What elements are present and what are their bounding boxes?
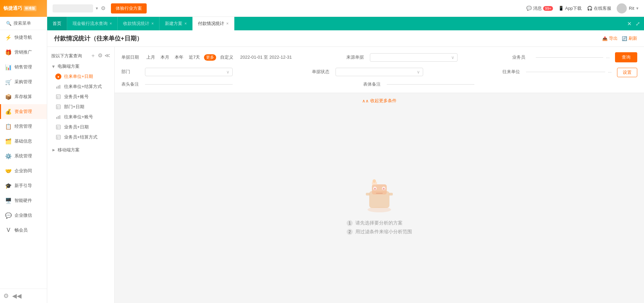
sidebar-bottom: ⚙ ◀◀: [0, 289, 47, 303]
sidebar-item-inventory[interactable]: 📦 库存核算: [0, 89, 47, 104]
svg-point-27: [374, 188, 376, 190]
system-icon: ⚙️: [5, 153, 12, 159]
table-body-note-input[interactable]: [387, 84, 474, 85]
sidebar-item-finance[interactable]: 💰 资金管理: [0, 104, 47, 119]
sidebar-item-marketing[interactable]: 🎁 营销推广: [0, 45, 47, 60]
query-btn[interactable]: 查询: [615, 52, 637, 62]
notification-icon: 💬: [526, 6, 532, 11]
date-more[interactable]: 更多: [204, 54, 216, 61]
tab-home[interactable]: 首页: [47, 17, 67, 30]
sidebar-item-purchase[interactable]: 🛒 采购管理: [0, 74, 47, 89]
business-dots[interactable]: ···: [606, 55, 610, 60]
collection-stat-tab-close[interactable]: ×: [151, 21, 154, 26]
sidebar: 畅捷通巧 标准版 🔍 搜索菜单 ⚡ 快捷导航 🎁 营销推广 📊 销售管理 🛒 采…: [0, 0, 47, 303]
sidebar-item-wechat[interactable]: 💬 企业微信: [0, 208, 47, 223]
tip-num-1: 1: [347, 220, 353, 226]
tab-bank-flow[interactable]: 现金银行流水查询 ×: [67, 17, 118, 30]
scheme-label-partner-date: 往来单位+日期: [64, 73, 93, 80]
scheme-label-partner-settle: 往来单位+结算方式: [64, 84, 102, 90]
app-download-label: App下载: [565, 5, 582, 11]
svg-rect-7: [56, 105, 60, 109]
scheme-item-staff-date[interactable]: 业务员+日期: [47, 122, 114, 132]
page-title: 付款情况统计（往来单位+日期）: [54, 34, 143, 42]
scheme-item-partner-settle[interactable]: 往来单位+结算方式: [47, 82, 114, 92]
date-custom[interactable]: 自定义: [219, 54, 235, 61]
sidebar-item-member[interactable]: V 畅会员: [0, 223, 47, 238]
app-download-btn[interactable]: 📱 App下载: [558, 5, 582, 11]
business-input[interactable]: [536, 57, 603, 58]
desktop-scheme-group-header[interactable]: ▼ 电脑端方案: [47, 61, 114, 71]
sidebar-item-operation[interactable]: 📋 经营管理: [0, 119, 47, 134]
sidebar-item-quick-nav[interactable]: ⚡ 快捷导航: [0, 30, 47, 45]
left-panel-header: 按以下方案查询 ＋ ⚙ ≪: [47, 50, 114, 61]
sidebar-item-enterprise[interactable]: 🤝 企业协同: [0, 163, 47, 178]
partner-dots[interactable]: ···: [608, 69, 612, 74]
nav-dropdown-icon[interactable]: ▾: [96, 6, 98, 11]
sidebar-item-hardware[interactable]: 🖥️ 智能硬件: [0, 193, 47, 208]
date-last-month[interactable]: 上月: [145, 54, 156, 61]
new-scheme-tab-close[interactable]: ×: [184, 21, 187, 26]
tab-payment-stat[interactable]: 付款情况统计 ×: [193, 17, 234, 30]
collapse-sidebar-icon[interactable]: ◀◀: [12, 292, 22, 300]
settings-gear-icon[interactable]: ⚙: [101, 5, 106, 11]
scheme-item-partner-account[interactable]: 往来单位+账号: [47, 112, 114, 122]
collapse-panel-btn[interactable]: ≪: [105, 52, 110, 59]
table-header-note-input[interactable]: [145, 84, 233, 85]
scheme-label-staff-account: 业务员+账号: [64, 94, 89, 100]
source-label: 来源单据: [346, 54, 370, 60]
settings-bottom-icon[interactable]: ⚙: [3, 292, 9, 300]
tab-collection-stat[interactable]: 收款情况统计 ×: [118, 17, 159, 30]
sidebar-item-label: 销售管理: [14, 64, 32, 70]
sidebar-item-system[interactable]: ⚙️ 系统管理: [0, 149, 47, 163]
user-profile[interactable]: Rit ▾: [617, 3, 639, 13]
svg-rect-30: [366, 193, 370, 195]
top-nav: ▾ ⚙ 体验行业方案 💬 消息 99+ 📱 App下载 🎧 在线客服: [47, 0, 644, 17]
tab-expand-icon[interactable]: ⤢: [634, 19, 641, 28]
search-menu[interactable]: 🔍 搜索菜单: [0, 17, 47, 30]
date-this-month[interactable]: 本月: [159, 54, 171, 61]
scheme-label-partner-account: 往来单位+账号: [64, 114, 93, 120]
source-select[interactable]: ∨: [370, 53, 458, 62]
hardware-icon: 🖥️: [5, 197, 12, 204]
svg-rect-3: [56, 95, 60, 99]
sidebar-item-basic-info[interactable]: 🗂️ 基础信息: [0, 134, 47, 149]
scheme-item-staff-account[interactable]: 业务员+账号: [47, 92, 114, 102]
breadcrumb-bar: [53, 4, 93, 12]
add-scheme-btn[interactable]: ＋: [90, 52, 96, 59]
manage-scheme-btn[interactable]: ⚙: [98, 52, 103, 59]
refresh-btn[interactable]: 🔄 刷新: [622, 35, 637, 41]
notification-badge: 99+: [543, 6, 553, 11]
date-last-7-days[interactable]: 近7天: [187, 54, 201, 61]
filter-row-3: 表头备注 表体备注: [121, 81, 637, 87]
doc-status-select[interactable]: ∨: [335, 68, 423, 76]
table-icon-4: [55, 134, 61, 140]
scheme-item-staff-settle[interactable]: 业务员+结算方式: [47, 132, 114, 142]
payment-stat-tab-close[interactable]: ×: [226, 21, 229, 26]
sidebar-item-guide[interactable]: 🎓 新手引导: [0, 178, 47, 193]
collapse-btn[interactable]: ∧∧ 收起更多条件: [355, 95, 403, 107]
sidebar-item-label: 采购管理: [14, 79, 32, 85]
dept-select[interactable]: ∨: [145, 68, 233, 76]
svg-rect-12: [58, 116, 59, 119]
search-icon: 🔍: [6, 21, 11, 26]
scheme-item-partner-date[interactable]: ● 往来单位+日期: [47, 71, 114, 82]
empty-state: 1 请先选择要分析的方案 2 用过滤条件来缩小分析范围: [347, 174, 412, 238]
mobile-scheme-group: ▼ 移动端方案: [47, 145, 114, 155]
mobile-scheme-group-header[interactable]: ▼ 移动端方案: [47, 145, 114, 155]
notification-btn[interactable]: 💬 消息 99+: [526, 5, 553, 11]
industry-btn[interactable]: 体验行业方案: [111, 3, 147, 13]
tab-new-scheme[interactable]: 新建方案 ×: [159, 17, 193, 30]
filter-container: 单据日期 上月 本月 本年 近7天 更多 自定义 2022-01-01 至 20…: [115, 47, 644, 109]
date-this-year[interactable]: 本年: [173, 54, 185, 61]
svg-rect-11: [56, 117, 57, 119]
partner-input[interactable]: [526, 72, 605, 72]
operation-icon: 📋: [5, 123, 12, 130]
tab-close-all-icon[interactable]: ✕: [626, 19, 633, 28]
export-btn[interactable]: 📤 导出: [602, 35, 618, 41]
sidebar-item-sales[interactable]: 📊 销售管理: [0, 60, 47, 74]
bank-flow-tab-close[interactable]: ×: [110, 21, 112, 26]
scheme-item-dept-date[interactable]: 部门+日期: [47, 102, 114, 112]
table-header-note-label: 表头备注: [121, 81, 145, 87]
online-service-btn[interactable]: 🎧 在线客服: [587, 5, 611, 11]
setting-btn[interactable]: 设置: [617, 68, 637, 77]
